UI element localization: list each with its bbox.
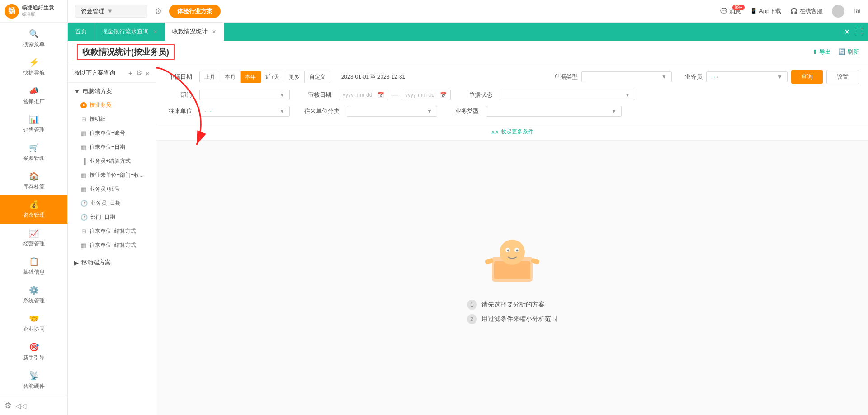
audit-date-label: 审核日期 [304, 91, 331, 99]
tab-receipt-close-icon[interactable]: ✕ [212, 29, 216, 35]
partner-category-select[interactable]: ▼ [347, 106, 437, 117]
tabbar-expand-icon[interactable]: ⛶ [855, 28, 863, 36]
sidebar-item-label: 销售管理 [23, 126, 45, 134]
audit-date-end-input[interactable]: yyyy-mm-dd 📅 [401, 90, 451, 100]
sidebar-item-finance[interactable]: 💰 资金管理 [0, 195, 67, 224]
date-tab-this-month[interactable]: 本月 [220, 71, 241, 83]
scheme-item-by-detail[interactable]: ⊞ 按明细 [68, 112, 156, 126]
scheme-item-salesperson-settlement[interactable]: ▐ 业务员+结算方式 [68, 154, 156, 168]
scheme-item-salesperson-account[interactable]: ▦ 业务员+账号 [68, 182, 156, 196]
sidebar-item-basic[interactable]: 📋 基础信息 [0, 252, 67, 281]
system-icon: ⚙️ [29, 285, 39, 295]
sidebar-item-marketing[interactable]: 📣 营销推广 [0, 81, 67, 110]
sidebar-item-label: 资金管理 [23, 212, 45, 219]
grid-icon-2: ⊞ [80, 228, 87, 235]
message-button[interactable]: 💬 消息 99+ [720, 7, 741, 15]
scheme-item-by-salesperson[interactable]: ● 按业务员 [68, 98, 156, 112]
refresh-icon: 🔄 [838, 48, 845, 55]
sidebar-item-hardware[interactable]: 📡 智能硬件 [0, 366, 67, 395]
scheme-item-label: 按业务员 [90, 101, 111, 109]
biz-type-label: 业务类型 [452, 107, 479, 115]
clock-icon-2: 🕐 [80, 214, 88, 221]
salesperson-select[interactable]: ··· ▼ [706, 71, 788, 82]
user-avatar[interactable] [832, 5, 844, 18]
desktop-scheme-group: ▼ 电脑端方案 ● 按业务员 ⊞ 按明细 ▦ 往来单位+账号 ▦ 往 [68, 83, 156, 254]
doc-status-select[interactable]: ▼ [500, 90, 635, 100]
date-tab-more[interactable]: 更多 [284, 71, 305, 83]
sidebar-item-label: 新手引导 [23, 354, 45, 362]
audit-date-range: yyyy-mm-dd 📅 — yyyy-mm-dd 📅 [339, 90, 451, 100]
breadcrumb[interactable]: 资金管理 ▼ [75, 5, 147, 18]
audit-date-start-input[interactable]: yyyy-mm-dd 📅 [339, 90, 388, 100]
sidebar-item-sales[interactable]: 📊 销售管理 [0, 110, 67, 138]
sidebar: 畅 畅捷通好生意 标准版 🔍 搜索菜单 ⚡ 快捷导航 📣 营销推广 📊 销售管理… [0, 0, 68, 415]
scheme-item-partner-settlement1[interactable]: ⊞ 往来单位+结算方式 [68, 224, 156, 238]
app-logo: 畅 畅捷通好生意 标准版 [0, 0, 67, 23]
dept-select[interactable]: ▼ [199, 90, 290, 100]
table-icon-5: ▦ [80, 242, 87, 249]
sidebar-nav: 🔍 搜索菜单 ⚡ 快捷导航 📣 营销推广 📊 销售管理 🛒 采购管理 🏠 库存核… [0, 23, 67, 396]
sidebar-item-search[interactable]: 🔍 搜索菜单 [0, 24, 67, 53]
basic-icon: 📋 [29, 257, 39, 267]
panel-header: 按以下方案查询 + ⚙ « [68, 63, 156, 83]
sidebar-item-purchase[interactable]: 🛒 采购管理 [0, 138, 67, 167]
refresh-button[interactable]: 🔄 刷新 [838, 48, 859, 56]
table-icon-3: ▦ [80, 172, 87, 179]
sidebar-item-newbie[interactable]: 🎯 新手引导 [0, 338, 67, 366]
scheme-item-partner-settlement2[interactable]: ▦ 往来单位+结算方式 [68, 238, 156, 252]
date-tab-last-month[interactable]: 上月 [200, 71, 220, 83]
export-button[interactable]: ⬆ 导出 [812, 48, 831, 56]
doc-type-select[interactable]: ▼ [581, 71, 672, 82]
refresh-label: 刷新 [847, 48, 859, 56]
sidebar-collapse-button[interactable]: ◁◁ [15, 401, 26, 410]
page-title-box: 收款情况统计(按业务员) [77, 44, 175, 60]
download-icon: 📱 [750, 8, 757, 14]
filter-settings-button[interactable]: 设置 [826, 70, 859, 84]
filter-row-2: 部门 ▼ 审核日期 yyyy-mm-dd 📅 — yyyy-mm-dd [165, 90, 859, 100]
tab-home[interactable]: 首页 [68, 23, 94, 41]
tab-bank-close-icon[interactable]: ✕ [153, 29, 157, 35]
scheme-item-partner-dept-receipt[interactable]: ▦ 按往来单位+部门+收... [68, 168, 156, 182]
topbar-gear-icon[interactable]: ⚙ [155, 6, 162, 16]
scheme-settings-button[interactable]: ⚙ [136, 69, 142, 77]
add-scheme-button[interactable]: + [128, 69, 132, 77]
tabbar-close-icon[interactable]: ✕ [844, 28, 850, 36]
app-download-button[interactable]: 📱 App下载 [750, 7, 781, 15]
tab-receipt[interactable]: 收款情况统计 ✕ [165, 23, 224, 41]
filter-row-1: 单据日期 上月 本月 本年 近7天 更多 自定义 2023-01-01 至 20… [165, 70, 859, 84]
left-panel: 按以下方案查询 + ⚙ « ▼ 电脑端方案 ● 按业务员 ⊞ [68, 63, 156, 415]
sidebar-item-management[interactable]: 📈 经营管理 [0, 224, 67, 252]
date-tab-last7[interactable]: 近7天 [261, 71, 284, 83]
scheme-item-dept-date[interactable]: 🕐 部门+日期 [68, 210, 156, 224]
trial-button[interactable]: 体验行业方案 [169, 5, 221, 18]
empty-step-1: 1 请先选择要分析的方案 [467, 300, 557, 310]
logo-icon: 畅 [5, 4, 19, 19]
sidebar-item-shortcut[interactable]: ⚡ 快捷导航 [0, 53, 67, 81]
date-tab-custom[interactable]: 自定义 [305, 71, 330, 83]
collapse-bar[interactable]: ∧∧ 收起更多条件 [156, 123, 868, 141]
sidebar-item-system[interactable]: ⚙️ 系统管理 [0, 281, 67, 309]
sidebar-settings-button[interactable]: ⚙ [5, 401, 12, 410]
date-tab-this-year[interactable]: 本年 [241, 71, 261, 83]
sidebar-item-label: 基础信息 [23, 269, 45, 276]
filter-row-3: 往来单位 ··· ▼ 往来单位分类 ▼ 业务类型 ▼ [165, 106, 859, 117]
scheme-item-partner-account[interactable]: ▦ 往来单位+账号 [68, 126, 156, 140]
page-header: 收款情况统计(按业务员) ⬆ 导出 🔄 刷新 [68, 41, 868, 63]
tab-bank[interactable]: 现金银行流水查询 ✕ [94, 23, 165, 41]
online-service-button[interactable]: 🎧 在线客服 [790, 7, 823, 15]
salesperson-dots: ··· [711, 74, 720, 80]
export-label: 导出 [819, 48, 831, 56]
biz-type-select[interactable]: ▼ [486, 106, 622, 117]
desktop-group-header[interactable]: ▼ 电脑端方案 [68, 85, 156, 98]
scheme-item-partner-date[interactable]: ▦ 往来单位+日期 [68, 140, 156, 154]
breadcrumb-text: 资金管理 [81, 7, 104, 15]
empty-step-2: 2 用过滤条件来缩小分析范围 [467, 314, 557, 324]
query-button[interactable]: 查询 [791, 70, 823, 84]
sidebar-item-warehouse[interactable]: 🏠 库存核算 [0, 167, 67, 195]
sidebar-item-enterprise[interactable]: 🤝 企业协同 [0, 309, 67, 338]
scheme-item-label: 业务员+账号 [90, 185, 120, 193]
panel-collapse-button[interactable]: « [146, 69, 149, 77]
scheme-item-salesperson-date[interactable]: 🕐 业务员+日期 [68, 196, 156, 210]
mobile-group-header[interactable]: ▶ 移动端方案 [68, 256, 156, 269]
partner-select[interactable]: ··· ▼ [199, 106, 290, 117]
